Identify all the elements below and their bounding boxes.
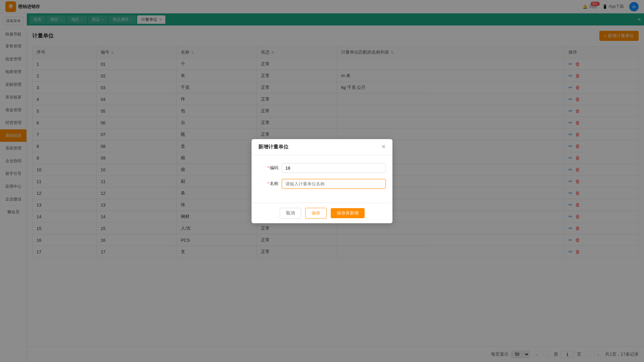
modal-overlay[interactable]: 新增计量单位 ✕ *编码 *名称 取消 保存 保存并新增	[0, 0, 644, 362]
modal-header: 新增计量单位 ✕	[252, 139, 392, 155]
code-label: *编码	[258, 165, 278, 171]
required-star: *	[267, 165, 269, 170]
code-form-row: *编码	[258, 163, 386, 173]
save-and-add-button[interactable]: 保存并新增	[331, 208, 365, 218]
name-form-row: *名称	[258, 179, 386, 189]
name-required-star: *	[267, 181, 269, 186]
cancel-button[interactable]: 取消	[280, 208, 301, 219]
modal-close-button[interactable]: ✕	[381, 144, 386, 149]
add-unit-modal: 新增计量单位 ✕ *编码 *名称 取消 保存 保存并新增	[252, 139, 392, 223]
save-button[interactable]: 保存	[305, 208, 327, 219]
modal-title: 新增计量单位	[258, 144, 288, 150]
modal-footer: 取消 保存 保存并新增	[252, 203, 392, 223]
modal-body: *编码 *名称	[252, 155, 392, 203]
name-label: *名称	[258, 181, 278, 187]
name-input[interactable]	[282, 179, 386, 189]
code-input[interactable]	[282, 163, 386, 173]
